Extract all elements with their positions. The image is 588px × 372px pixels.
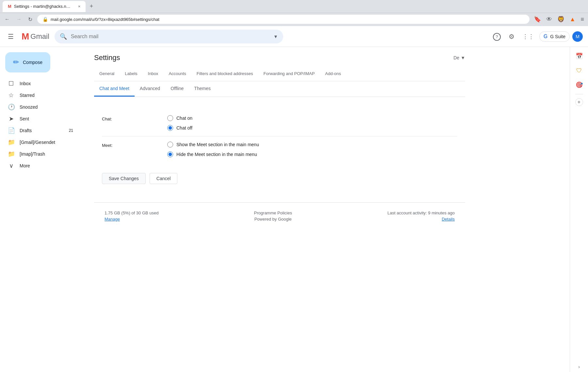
settings-button[interactable]: ⚙: [506, 30, 517, 43]
url-display: mail.google.com/mail/u/0/?zx=8iqxazdt965…: [51, 17, 524, 22]
sidebar-item-more[interactable]: ∨ More: [0, 160, 78, 172]
sidebar-item-gmail-gesendet[interactable]: 📁 [Gmail]/Gesendet: [0, 136, 78, 148]
tab-addons[interactable]: Add-ons: [320, 67, 346, 81]
browser-chrome: M Settings - martin@ghacks.net - G... × …: [0, 0, 588, 13]
activity-text: Last account activity: 9 minutes ago: [387, 210, 455, 215]
subtab-chat-meet[interactable]: Chat and Meet: [94, 81, 135, 97]
right-calendar-icon[interactable]: 📅: [573, 50, 586, 63]
sidebar-label-drafts: Drafts: [20, 128, 64, 133]
search-bar[interactable]: 🔍 ▼: [55, 30, 283, 43]
meet-show-option[interactable]: Show the Meet section in the main menu: [167, 142, 259, 147]
chat-row: Chat: Chat on Chat off: [102, 110, 457, 136]
main-area: ✏ Compose ☐ Inbox ☆ Starred 🕐 Snoozed ➤ …: [0, 47, 588, 372]
save-changes-button[interactable]: Save Changes: [102, 173, 146, 184]
header-actions: ? ⚙ ⋮⋮ G G Suite M: [490, 30, 583, 43]
chat-off-radio[interactable]: [167, 125, 173, 131]
search-dropdown-icon[interactable]: ▼: [273, 34, 278, 39]
target-icon: 🎯: [576, 81, 583, 88]
brave-rewards[interactable]: ▲: [568, 15, 577, 24]
apps-button[interactable]: ⋮⋮: [520, 30, 537, 43]
cancel-button[interactable]: Cancel: [150, 173, 178, 184]
meet-hide-radio[interactable]: [167, 151, 173, 157]
meet-label: Meet:: [102, 142, 167, 148]
meet-options: Show the Meet section in the main menu H…: [167, 142, 259, 157]
compose-icon: ✏: [13, 58, 19, 67]
chat-on-option[interactable]: Chat on: [167, 115, 192, 121]
right-add-button[interactable]: +: [575, 98, 583, 106]
sidebar-item-starred[interactable]: ☆ Starred: [0, 89, 78, 101]
powered-by: Powered by Google: [254, 217, 292, 222]
meet-row: Meet: Show the Meet section in the main …: [102, 136, 457, 163]
search-icon: 🔍: [60, 33, 67, 40]
meet-hide-label: Hide the Meet section in the main menu: [176, 152, 257, 157]
tab-general[interactable]: General: [94, 67, 120, 81]
chat-on-radio[interactable]: [167, 115, 173, 121]
chat-on-label: Chat on: [176, 116, 192, 121]
gsuite-g-logo: G: [544, 34, 547, 39]
language-label: De: [453, 55, 459, 60]
tab-title: Settings - martin@ghacks.net - G...: [14, 4, 73, 9]
right-scroll-button[interactable]: ›: [576, 362, 582, 372]
forward-button[interactable]: →: [14, 15, 24, 23]
policies-link[interactable]: Programme Policies: [254, 210, 292, 215]
meet-hide-option[interactable]: Hide the Meet section in the main menu: [167, 151, 259, 157]
meet-show-label: Show the Meet section in the main menu: [176, 142, 259, 147]
tab-forwarding[interactable]: Forwarding and POP/IMAP: [258, 67, 320, 81]
footer: 1.75 GB (5%) of 30 GB used Manage Progra…: [94, 202, 465, 229]
tab-accounts[interactable]: Accounts: [163, 67, 191, 81]
menu-button[interactable]: ≡: [579, 15, 585, 24]
app: ☰ M Gmail 🔍 ▼ ? ⚙ ⋮⋮ G G Suite M: [0, 26, 588, 372]
address-bar[interactable]: 🔒 mail.google.com/mail/u/0/?zx=8iqxazdt9…: [37, 14, 530, 24]
tab-inbox[interactable]: Inbox: [143, 67, 164, 81]
brave-shield[interactable]: 🦁: [556, 14, 566, 24]
details-link[interactable]: Details: [442, 217, 455, 222]
settings-container: Settings De ▼ General Labels Inbox Accou…: [84, 47, 476, 236]
right-shield-icon[interactable]: 🛡: [573, 64, 586, 77]
gsuite-badge[interactable]: G G Suite: [539, 31, 570, 42]
drafts-icon: 📄: [8, 127, 14, 134]
search-input[interactable]: [71, 34, 270, 39]
folder-icon-2: 📁: [8, 150, 14, 158]
manage-link[interactable]: Manage: [105, 217, 158, 222]
tab-filters[interactable]: Filters and blocked addresses: [191, 67, 258, 81]
gmail-header: ☰ M Gmail 🔍 ▼ ? ⚙ ⋮⋮ G G Suite M: [0, 26, 588, 47]
back-button[interactable]: ←: [3, 15, 12, 23]
bookmark-button[interactable]: 🔖: [532, 14, 542, 24]
language-selector[interactable]: De ▼: [453, 55, 465, 60]
sidebar-item-snoozed[interactable]: 🕐 Snoozed: [0, 101, 78, 113]
chevron-down-icon: ∨: [8, 162, 14, 169]
tab-labels[interactable]: Labels: [120, 67, 142, 81]
compose-button[interactable]: ✏ Compose: [5, 52, 50, 72]
meet-show-radio[interactable]: [167, 142, 173, 147]
right-target-icon[interactable]: 🎯: [573, 78, 586, 91]
sidebar-item-drafts[interactable]: 📄 Drafts 21: [0, 125, 78, 136]
subtab-themes[interactable]: Themes: [189, 81, 216, 97]
help-button[interactable]: ?: [490, 30, 503, 43]
chat-off-label: Chat off: [176, 125, 192, 131]
clock-icon: 🕐: [8, 103, 14, 111]
avatar[interactable]: M: [572, 31, 583, 42]
right-divider: [575, 94, 583, 94]
gear-icon: ⚙: [509, 33, 514, 40]
subtab-advanced[interactable]: Advanced: [135, 81, 165, 97]
help-icon: ?: [493, 33, 501, 41]
gmail-logo: M Gmail: [22, 31, 49, 42]
sidebar-item-imap-trash[interactable]: 📁 [Imap]/Trash: [0, 148, 78, 160]
chat-off-option[interactable]: Chat off: [167, 125, 192, 131]
refresh-button[interactable]: ↻: [26, 15, 34, 24]
tab-close-icon[interactable]: ×: [78, 4, 81, 9]
settings-title-row: Settings De ▼: [94, 54, 465, 62]
star-icon: ☆: [8, 92, 14, 99]
hamburger-menu-button[interactable]: ☰: [5, 30, 16, 43]
subtab-offline[interactable]: Offline: [165, 81, 189, 97]
sidebar: ✏ Compose ☐ Inbox ☆ Starred 🕐 Snoozed ➤ …: [0, 47, 84, 372]
browser-tab[interactable]: M Settings - martin@ghacks.net - G... ×: [3, 1, 86, 12]
extensions-button[interactable]: 👁: [545, 15, 553, 24]
calendar-icon: 📅: [576, 53, 583, 60]
chat-label: Chat:: [102, 115, 167, 121]
sidebar-item-inbox[interactable]: ☐ Inbox: [0, 78, 78, 89]
inbox-icon: ☐: [8, 80, 14, 87]
sidebar-item-sent[interactable]: ➤ Sent: [0, 113, 78, 125]
content-area: Settings De ▼ General Labels Inbox Accou…: [84, 47, 570, 372]
new-tab-button[interactable]: +: [87, 2, 96, 11]
